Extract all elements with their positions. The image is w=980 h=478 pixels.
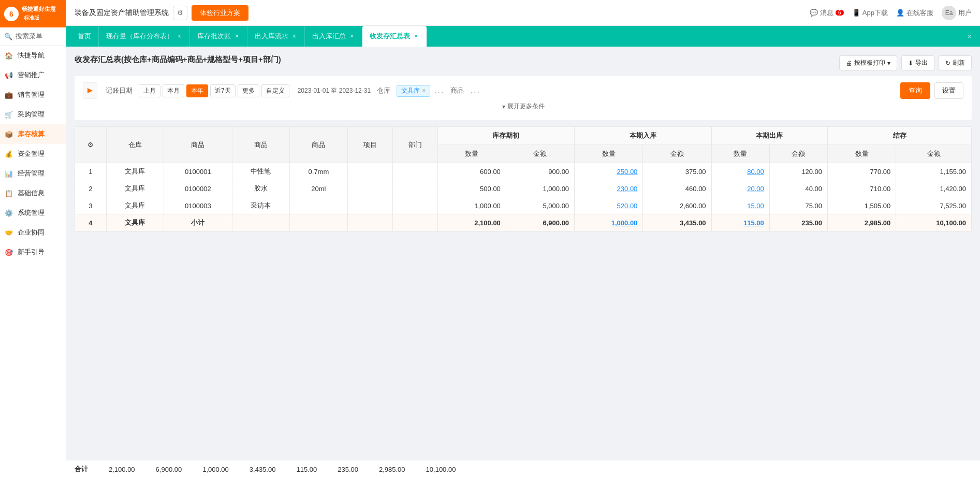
enterprise-icon: 🤝 — [4, 228, 13, 237]
th-settings[interactable]: ⚙ — [75, 127, 107, 163]
row2-spec: 20ml — [289, 180, 347, 197]
svg-marker-0 — [87, 88, 93, 93]
query-btn[interactable]: 查询 — [900, 82, 930, 99]
subtotal-in-amt: 3,435.00 — [643, 214, 711, 231]
sidebar-basic-info-label: 基础信息 — [18, 189, 45, 198]
setting-btn[interactable]: 设置 — [934, 82, 963, 99]
sidebar-search-label: 搜索菜单 — [16, 32, 42, 41]
subtotal-empty3 — [348, 214, 393, 231]
tab-receipt-summary[interactable]: 收发存汇总表 × — [362, 26, 427, 47]
row3-warehouse: 文具库 — [106, 197, 164, 214]
sidebar-item-enterprise[interactable]: 🤝 企业协同 — [0, 223, 66, 242]
th-out-qty: 数量 — [711, 145, 769, 163]
row1-open-qty: 600.00 — [437, 163, 506, 180]
export-btn[interactable]: ⬇ 导出 — [901, 55, 934, 70]
subtotal-label: 小计 — [164, 214, 232, 231]
sidebar-item-inventory[interactable]: 📦 库存核算 — [0, 124, 66, 144]
row3-in-qty[interactable]: 520.00 — [575, 197, 643, 214]
tab-inventory-dist[interactable]: 现存量（库存分布表） × — [99, 26, 190, 47]
total-in-qty: 1,000.00 — [192, 466, 239, 473]
sidebar-item-purchase[interactable]: 🛒 采购管理 — [0, 105, 66, 124]
tab-flow-close[interactable]: × — [291, 33, 297, 40]
date-btn-7days[interactable]: 近7天 — [210, 84, 236, 97]
tab-home-label: 首页 — [78, 32, 91, 41]
sidebar-item-finance[interactable]: 💰 资金管理 — [0, 144, 66, 164]
tab-summary-out-label: 出入库汇总 — [312, 32, 346, 41]
finance-icon: 💰 — [4, 149, 13, 158]
row2-code: 0100002 — [164, 180, 232, 197]
expand-more-btn[interactable]: ▾ 展开更多条件 — [83, 99, 963, 114]
sidebar-item-marketing[interactable]: 📢 营销推广 — [0, 65, 66, 85]
th-product-code: 商品 — [164, 127, 232, 163]
tab-home[interactable]: 首页 — [70, 26, 99, 47]
print-btn[interactable]: 🖨 按模板打印 ▾ — [839, 55, 897, 70]
sidebar-item-quick-nav[interactable]: 🏠 快捷导航 — [0, 46, 66, 65]
tab-receipt-summary-close[interactable]: × — [413, 33, 419, 40]
row3-out-qty[interactable]: 15.00 — [711, 197, 769, 214]
warehouse-tag-close[interactable]: × — [422, 87, 426, 94]
date-btn-custom[interactable]: 自定义 — [261, 84, 289, 97]
user-action[interactable]: Ea 用户 — [942, 6, 972, 20]
message-label: 消息 — [820, 8, 833, 18]
row2-in-qty[interactable]: 230.00 — [575, 180, 643, 197]
total-bal-qty: 2,985.00 — [369, 466, 416, 473]
date-btn-last-month[interactable]: 上月 — [139, 84, 160, 97]
tab-summary-out-close[interactable]: × — [349, 33, 355, 40]
row1-in-qty[interactable]: 250.00 — [575, 163, 643, 180]
sidebar-quick-nav-label: 快捷导航 — [18, 51, 45, 60]
refresh-btn[interactable]: ↻ 刷新 — [939, 55, 972, 70]
row3-bal-amt: 7,525.00 — [896, 197, 972, 214]
warehouse-dots[interactable]: ... — [434, 86, 444, 95]
sidebar-operation-label: 经营管理 — [18, 169, 45, 178]
filter-collapse-btn[interactable] — [83, 82, 97, 99]
app-download-action[interactable]: 📱 App下载 — [852, 8, 888, 18]
tab-summary-out[interactable]: 出入库汇总 × — [305, 26, 362, 47]
row3-dept — [392, 197, 437, 214]
subtotal-out-qty[interactable]: 115.00 — [711, 214, 769, 231]
row1-bal-amt: 1,155.00 — [896, 163, 972, 180]
row1-in-amt: 375.00 — [643, 163, 711, 180]
tab-batch[interactable]: 库存批次账 × — [190, 26, 247, 47]
warehouse-tag-value: 文具库 — [401, 86, 420, 95]
row3-project — [348, 197, 393, 214]
row1-out-qty[interactable]: 80.00 — [711, 163, 769, 180]
date-btn-this-month[interactable]: 本月 — [163, 84, 184, 97]
tab-bar-close[interactable]: × — [963, 32, 976, 40]
message-action[interactable]: 💬 消息 6 — [810, 8, 844, 18]
sidebar-finance-label: 资金管理 — [18, 149, 45, 158]
total-bal-amt: 10,100.00 — [416, 466, 466, 473]
tab-inventory-dist-close[interactable]: × — [177, 33, 182, 40]
sidebar-item-basic-info[interactable]: 📋 基础信息 — [0, 183, 66, 203]
tab-batch-close[interactable]: × — [234, 33, 240, 40]
sidebar-item-operation[interactable]: 📊 经营管理 — [0, 164, 66, 183]
sidebar-item-sales[interactable]: 💼 销售管理 — [0, 85, 66, 105]
export-label: 导出 — [915, 59, 928, 67]
goods-dots[interactable]: ... — [470, 86, 480, 95]
sidebar-item-system[interactable]: ⚙️ 系统管理 — [0, 203, 66, 223]
warehouse-tag[interactable]: 文具库 × — [397, 85, 430, 97]
settings-icon[interactable]: ⚙ — [173, 6, 187, 20]
th-balance-qty: 数量 — [828, 145, 896, 163]
warehouse-filter: 文具库 × ... — [397, 85, 444, 97]
sidebar-item-search[interactable]: 🔍 搜索菜单 — [0, 27, 66, 46]
expand-label: 展开更多条件 — [507, 102, 545, 111]
th-balance-amount: 金额 — [896, 145, 972, 163]
row2-warehouse: 文具库 — [106, 180, 164, 197]
bottom-bar: 合计 2,100.00 6,900.00 1,000.00 3,435.00 1… — [66, 460, 980, 478]
system-name: 装备及固定资产辅助管理系统 — [75, 8, 169, 18]
row2-out-qty[interactable]: 20.00 — [711, 180, 769, 197]
date-filter-label: 记账日期 — [106, 86, 133, 95]
online-service-action[interactable]: 👤 在线客服 — [896, 8, 933, 18]
th-product-spec: 商品 — [289, 127, 347, 163]
row3-open-qty: 1,000.00 — [437, 197, 506, 214]
date-btn-more[interactable]: 更多 — [238, 84, 259, 97]
subtotal-in-qty[interactable]: 1,000.00 — [575, 214, 643, 231]
warehouse-filter-label: 仓库 — [377, 86, 390, 95]
purchase-icon: 🛒 — [4, 110, 13, 119]
table-row: 3 文具库 0100003 采访本 1,000.00 5,000.00 520.… — [75, 197, 972, 214]
row1-dept — [392, 163, 437, 180]
date-btn-this-year[interactable]: 本年 — [186, 84, 208, 97]
experience-btn[interactable]: 体验行业方案 — [192, 5, 248, 21]
tab-flow[interactable]: 出入库流水 × — [247, 26, 305, 47]
sidebar-item-guide[interactable]: 🎯 新手引导 — [0, 242, 66, 262]
